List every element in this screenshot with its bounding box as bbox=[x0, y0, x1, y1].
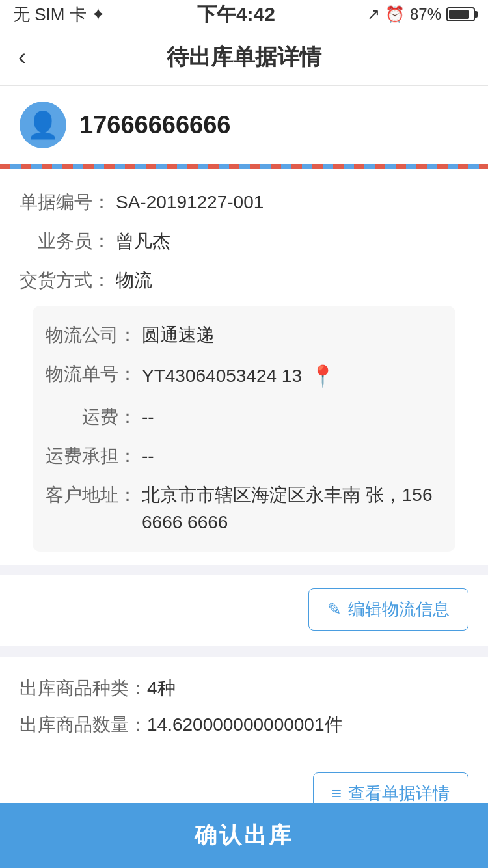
sales-person-label: 业务员： bbox=[20, 228, 111, 255]
customer-section: 👤 17666666666 bbox=[0, 86, 488, 164]
edit-logistics-button[interactable]: ✎ 编辑物流信息 bbox=[308, 588, 468, 631]
tracking-number-value: YT43064053424 13 📍 bbox=[142, 360, 442, 392]
alarm-icon: ⏰ bbox=[385, 5, 405, 23]
goods-section: 出库商品种类： 4种 出库商品数量： 14.620000000000001件 bbox=[0, 657, 488, 762]
battery-icon bbox=[446, 7, 475, 21]
document-icon: ≡ bbox=[332, 783, 342, 804]
page-title: 待出库单据详情 bbox=[167, 42, 321, 72]
freight-value: -- bbox=[142, 403, 442, 431]
location-icon: ↗ bbox=[367, 5, 380, 23]
battery-percentage: 87% bbox=[410, 5, 441, 23]
document-number-value: SA-20191227-001 bbox=[116, 189, 468, 216]
address-label: 客户地址： bbox=[46, 481, 137, 509]
logistics-company-value: 圆通速递 bbox=[142, 321, 442, 349]
customer-phone: 17666666666 bbox=[79, 111, 230, 139]
logistics-company-label: 物流公司： bbox=[46, 321, 137, 349]
edit-icon: ✎ bbox=[327, 599, 342, 619]
logistics-card: 物流公司： 圆通速递 物流单号： YT43064053424 13 📍 运费： … bbox=[33, 306, 455, 552]
location-icon[interactable]: 📍 bbox=[310, 360, 336, 392]
tracking-number-row: 物流单号： YT43064053424 13 📍 bbox=[46, 360, 442, 392]
status-left: 无 SIM 卡 ✦ bbox=[13, 3, 105, 26]
dashed-divider bbox=[0, 164, 488, 169]
status-bar: 无 SIM 卡 ✦ 下午4:42 ↗ ⏰ 87% bbox=[0, 0, 488, 29]
back-button[interactable]: ‹ bbox=[18, 44, 26, 71]
document-number-row: 单据编号： SA-20191227-001 bbox=[20, 189, 468, 216]
freight-row: 运费： -- bbox=[46, 403, 442, 431]
edit-button-label: 编辑物流信息 bbox=[348, 598, 450, 621]
address-value: 北京市市辖区海淀区永丰南 张，156 6666 6666 bbox=[142, 481, 442, 536]
confirm-button-label: 确认出库 bbox=[195, 821, 293, 850]
nav-bar: ‹ 待出库单据详情 bbox=[0, 29, 488, 86]
logistics-company-row: 物流公司： 圆通速递 bbox=[46, 321, 442, 349]
delivery-method-row: 交货方式： 物流 bbox=[20, 267, 468, 294]
goods-quantity-row: 出库商品数量： 14.620000000000001件 bbox=[20, 712, 468, 737]
view-detail-label: 查看单据详情 bbox=[348, 782, 450, 805]
sim-status: 无 SIM 卡 ✦ bbox=[13, 3, 105, 26]
status-time: 下午4:42 bbox=[197, 1, 275, 28]
freight-bearer-value: -- bbox=[142, 442, 442, 470]
delivery-method-value: 物流 bbox=[116, 267, 468, 294]
person-icon: 👤 bbox=[27, 110, 59, 141]
freight-bearer-row: 运费承担： -- bbox=[46, 442, 442, 470]
goods-quantity-label: 出库商品数量： bbox=[20, 712, 147, 737]
goods-types-row: 出库商品种类： 4种 bbox=[20, 676, 468, 701]
freight-bearer-label: 运费承担： bbox=[46, 442, 137, 470]
edit-button-wrap: ✎ 编辑物流信息 bbox=[0, 575, 488, 646]
goods-types-label: 出库商品种类： bbox=[20, 676, 147, 701]
basic-info-section: 单据编号： SA-20191227-001 业务员： 曾凡杰 交货方式： 物流 … bbox=[0, 169, 488, 565]
sales-person-value: 曾凡杰 bbox=[116, 228, 468, 255]
document-number-label: 单据编号： bbox=[20, 189, 111, 216]
address-row: 客户地址： 北京市市辖区海淀区永丰南 张，156 6666 6666 bbox=[46, 481, 442, 536]
sales-person-row: 业务员： 曾凡杰 bbox=[20, 228, 468, 255]
goods-quantity-value: 14.620000000000001件 bbox=[147, 712, 343, 737]
status-right: ↗ ⏰ 87% bbox=[367, 5, 475, 23]
delivery-method-label: 交货方式： bbox=[20, 267, 111, 294]
avatar: 👤 bbox=[20, 102, 66, 148]
section-divider bbox=[0, 646, 488, 657]
freight-label: 运费： bbox=[46, 403, 137, 431]
tracking-number-label: 物流单号： bbox=[46, 360, 137, 388]
confirm-button-bar[interactable]: 确认出库 bbox=[0, 803, 488, 868]
goods-types-value: 4种 bbox=[147, 676, 176, 701]
